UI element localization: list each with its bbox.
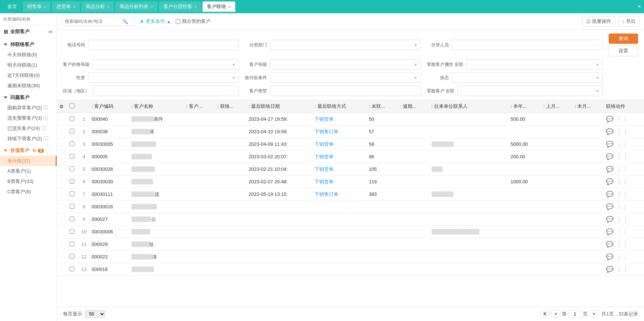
sidebar-search-input[interactable]	[3, 17, 57, 22]
row-checkbox[interactable]	[70, 204, 74, 209]
code-column-header[interactable]: : 客户编码	[89, 100, 129, 113]
assoc-contact-column-header[interactable]: : 往来单位联系人	[429, 100, 508, 113]
nav-tab-purchase[interactable]: 进货单 ×	[52, 1, 80, 12]
payment-input[interactable]: ▼	[270, 73, 421, 83]
row-checkbox[interactable]	[70, 216, 74, 221]
close-icon[interactable]: ×	[194, 4, 197, 9]
row-checkbox-cell[interactable]	[67, 213, 78, 226]
grid-action-icon[interactable]: ⋮⋮	[616, 178, 628, 185]
retail-attr-input[interactable]: ▼	[466, 59, 603, 70]
grid-action-icon[interactable]: ⋮⋮	[616, 116, 628, 123]
grid-action-icon[interactable]: ⋮⋮	[616, 141, 628, 148]
close-icon[interactable]: ×	[151, 4, 153, 9]
sidebar-item-abnormal[interactable]: 固购异常客户(2) ⓘ	[0, 103, 57, 113]
close-all-tabs-button[interactable]: ×	[638, 3, 641, 10]
sidebar-item-b-class[interactable]: B类客户(33)	[0, 176, 57, 187]
close-icon[interactable]: ×	[228, 4, 230, 9]
retail-customer-input[interactable]: ▼	[457, 86, 603, 96]
overdue-column-header[interactable]: : 逾期...	[398, 100, 429, 113]
contact-icon[interactable]: 💬	[606, 166, 613, 173]
sidebar-item-tomorrow[interactable]: 明天待联络(1)	[0, 60, 57, 70]
query-button[interactable]: 查询	[609, 33, 638, 44]
this-year-column-header[interactable]: : 本年...	[508, 100, 541, 113]
nav-tab-home[interactable]: 首页	[3, 1, 21, 12]
row-checkbox-cell[interactable]	[67, 176, 78, 188]
close-icon[interactable]: ×	[107, 4, 109, 9]
export-button[interactable]: ↑ 导出	[618, 16, 640, 27]
row-checkbox-cell[interactable]	[67, 226, 78, 238]
nature-input[interactable]: ▼	[88, 73, 239, 83]
row-checkbox[interactable]	[70, 191, 74, 196]
row-checkbox[interactable]	[70, 154, 74, 159]
last-date-column-header[interactable]: : 最后联络日期	[246, 100, 312, 113]
grid-action-icon[interactable]: ⋮⋮	[616, 166, 628, 173]
sidebar-item-lost[interactable]: 已流失客户(24) ⓘ	[0, 123, 57, 134]
row-checkbox[interactable]	[70, 267, 74, 271]
row-checkbox[interactable]	[70, 241, 74, 246]
nav-tab-customer-segment[interactable]: 客户分层经客 ×	[159, 1, 201, 12]
my-customers-checkbox-area[interactable]: 我分管的客户	[176, 18, 211, 25]
last-method-column-header[interactable]: : 最后联络方式	[312, 100, 366, 113]
row-last-method[interactable]: 下销售订单	[314, 191, 338, 197]
row-checkbox[interactable]	[70, 141, 74, 146]
grid-action-icon[interactable]: ⋮⋮	[616, 228, 628, 235]
grid-action-icon[interactable]: ⋮⋮	[616, 128, 628, 135]
more-filters-button[interactable]: ▼ 更多条件 ▲	[140, 18, 171, 25]
grid-action-icon[interactable]: ⋮⋮	[616, 153, 628, 160]
sidebar-item-c-class[interactable]: C类客户(6)	[0, 187, 57, 197]
main-search-input[interactable]	[65, 19, 120, 24]
customer-type-input[interactable]	[270, 86, 421, 96]
row-checkbox-cell[interactable]	[67, 113, 78, 126]
sidebar-problem-header[interactable]: 问题客户	[0, 92, 57, 103]
row-checkbox-cell[interactable]	[67, 151, 78, 163]
dept-input[interactable]: ▼	[270, 40, 421, 50]
next-page-button[interactable]: >	[589, 310, 598, 318]
contact-icon[interactable]: 💬	[606, 253, 613, 260]
row-last-method[interactable]: 下销售订单	[314, 129, 338, 134]
close-icon[interactable]: ×	[44, 4, 46, 9]
row-last-method[interactable]: 下销货单	[314, 179, 334, 184]
contact-icon[interactable]: 💬	[606, 191, 613, 198]
current-page-input[interactable]	[568, 310, 581, 318]
row-checkbox-cell[interactable]	[67, 188, 78, 201]
nav-tab-customer-contact[interactable]: 客户联络 ×	[203, 1, 235, 12]
contact-icon[interactable]: 💬	[606, 116, 613, 123]
name-sort[interactable]: : 客户名称	[131, 103, 153, 110]
this-month-column-header[interactable]: : 本月...	[573, 100, 604, 113]
sidebar-item-declining[interactable]: 持续下滑客户(2) ⓘ	[0, 134, 57, 144]
main-search-box[interactable]: 🔍	[61, 17, 135, 26]
nav-tab-analysis-list[interactable]: 商品分析列表 ×	[115, 1, 157, 12]
customer-level-input[interactable]: ▼	[270, 59, 421, 70]
select-all-checkbox-cell[interactable]	[67, 100, 78, 113]
first-page-button[interactable]: K	[540, 310, 550, 318]
main-search-icon[interactable]: 🔍	[122, 19, 128, 24]
contact-icon[interactable]: 💬	[606, 241, 613, 248]
row-checkbox-cell[interactable]	[67, 263, 78, 276]
last-month-column-header[interactable]: : 上月...	[541, 100, 573, 113]
status-input[interactable]: ▼	[452, 73, 603, 83]
sidebar-item-today[interactable]: 今天待联络(0)	[0, 50, 57, 60]
contact-icon[interactable]: 💬	[606, 141, 613, 148]
row-checkbox[interactable]	[70, 254, 74, 259]
grid-action-icon[interactable]: ⋮⋮	[616, 216, 628, 223]
sidebar-value-header[interactable]: 价值客户 ↻ 8	[0, 145, 57, 156]
sidebar-item-ungraded[interactable]: 未分组(32)	[0, 156, 57, 166]
row-checkbox[interactable]	[70, 229, 74, 234]
row-checkbox-cell[interactable]	[67, 251, 78, 263]
reset-button[interactable]: 设置	[609, 45, 638, 56]
row-last-method[interactable]: 下销货单	[314, 141, 334, 147]
grid-action-icon[interactable]: ⋮⋮	[616, 241, 628, 248]
row-checkbox-cell[interactable]	[67, 138, 78, 151]
select-all-checkbox[interactable]	[70, 103, 74, 108]
contact-icon[interactable]: 💬	[606, 128, 613, 135]
uncontacted-column-header[interactable]: : 未联...	[367, 100, 398, 113]
sidebar-item-7days[interactable]: 近7天待联络(0)	[0, 70, 57, 81]
row-last-method[interactable]: 下销货单	[314, 166, 334, 172]
batch-operation-button[interactable]: ☑ 批量操作	[582, 16, 615, 27]
grid-action-icon[interactable]: ⋮⋮	[616, 203, 628, 210]
row-checkbox-cell[interactable]	[67, 163, 78, 176]
gear-column-header[interactable]: ⚙	[57, 100, 67, 113]
contact-icon[interactable]: 💬	[606, 178, 613, 185]
contact-icon[interactable]: 💬	[606, 266, 613, 273]
code-sort[interactable]: : 客户编码	[92, 103, 113, 110]
